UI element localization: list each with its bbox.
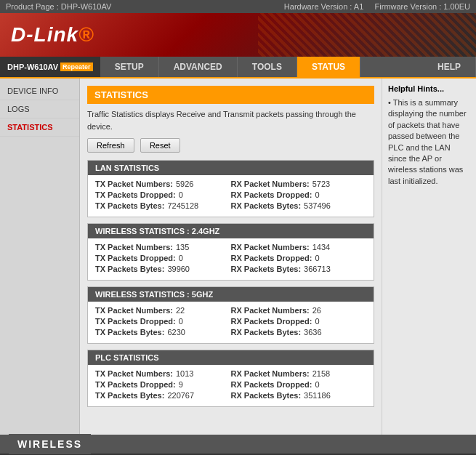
- plc-statistics-group: PLC STATISTICS TX Packet Numbers: 1013 R…: [87, 350, 374, 407]
- wireless24-statistics-group: WIRELESS STATISTICS : 2.4GHZ TX Packet N…: [87, 223, 374, 281]
- tab-advanced[interactable]: ADVANCED: [159, 57, 238, 77]
- table-row: TX Packets Bytes: 7245128 RX Packets Byt…: [95, 201, 366, 210]
- table-row: TX Packets Dropped: 9 RX Packets Dropped…: [95, 380, 366, 389]
- top-bar: Product Page : DHP-W610AV Hardware Versi…: [0, 0, 476, 13]
- statistics-desc: Traffic Statistics displays Receive and …: [87, 108, 374, 132]
- table-row: TX Packet Numbers: 1013 RX Packet Number…: [95, 369, 366, 378]
- wireless-label: WIRELESS: [9, 434, 91, 454]
- table-row: TX Packets Dropped: 0 RX Packets Dropped…: [95, 317, 366, 326]
- button-row: Refresh Reset: [87, 138, 374, 153]
- table-row: TX Packet Numbers: 5926 RX Packet Number…: [95, 180, 366, 188]
- table-row: TX Packets Dropped: 0 RX Packets Dropped…: [95, 190, 366, 199]
- table-row: TX Packet Numbers: 135 RX Packet Numbers…: [95, 243, 366, 251]
- statistics-title: STATISTICS: [87, 86, 374, 104]
- footer-wireless-bar: WIRELESS: [0, 435, 476, 454]
- wireless24-stats-header: WIRELESS STATISTICS : 2.4GHZ: [88, 224, 374, 238]
- wireless24-stats-body: TX Packet Numbers: 135 RX Packet Numbers…: [88, 238, 374, 280]
- refresh-button[interactable]: Refresh: [87, 138, 134, 153]
- table-row: TX Packets Bytes: 6230 RX Packets Bytes:…: [95, 328, 366, 337]
- plc-stats-body: TX Packet Numbers: 1013 RX Packet Number…: [88, 365, 374, 406]
- content-area: STATISTICS Traffic Statistics displays R…: [80, 78, 382, 435]
- table-row: TX Packets Bytes: 39960 RX Packets Bytes…: [95, 265, 366, 273]
- sidebar-item-statistics[interactable]: STATISTICS: [0, 118, 79, 137]
- sidebar: DEVICE INFO LOGS STATISTICS: [0, 78, 80, 435]
- lan-stats-header: LAN STATISTICS: [88, 161, 374, 175]
- hints-panel: Helpful Hints... • This is a summary dis…: [382, 78, 476, 435]
- table-row: TX Packets Dropped: 0 RX Packets Dropped…: [95, 254, 366, 262]
- tab-help[interactable]: HELP: [423, 57, 476, 77]
- product-page-label: Product Page : DHP-W610AV: [6, 2, 111, 11]
- wireless5-stats-header: WIRELESS STATISTICS : 5GHZ: [88, 287, 374, 302]
- tab-tools[interactable]: TOOLS: [238, 57, 297, 77]
- lan-stats-body: TX Packet Numbers: 5926 RX Packet Number…: [88, 175, 374, 217]
- tab-status[interactable]: STATUS: [297, 57, 360, 77]
- hw-fw-info: Hardware Version : A1 Firmware Version :…: [284, 2, 470, 11]
- wireless5-statistics-group: WIRELESS STATISTICS : 5GHZ TX Packet Num…: [87, 286, 374, 344]
- tab-setup[interactable]: SETUP: [100, 57, 159, 77]
- table-row: TX Packets Bytes: 220767 RX Packets Byte…: [95, 391, 366, 400]
- lan-statistics-group: LAN STATISTICS TX Packet Numbers: 5926 R…: [87, 160, 374, 217]
- plc-stats-header: PLC STATISTICS: [88, 350, 374, 365]
- repeater-badge: Repeater: [60, 63, 93, 71]
- hints-title: Helpful Hints...: [388, 84, 470, 93]
- nav-brand: DHP-W610AV Repeater: [0, 57, 100, 77]
- logo: D-Link®: [11, 23, 94, 47]
- table-row: TX Packet Numbers: 22 RX Packet Numbers:…: [95, 306, 366, 315]
- reset-button[interactable]: Reset: [140, 138, 180, 153]
- sidebar-item-device-info[interactable]: DEVICE INFO: [0, 82, 79, 100]
- logo-trademark: ®: [78, 23, 94, 46]
- wireless5-stats-body: TX Packet Numbers: 22 RX Packet Numbers:…: [88, 302, 374, 343]
- nav-tabs: DHP-W610AV Repeater SETUP ADVANCED TOOLS…: [0, 57, 476, 78]
- header: D-Link®: [0, 13, 476, 57]
- sidebar-item-logs[interactable]: LOGS: [0, 100, 79, 118]
- hints-text: • This is a summary displaying the numbe…: [388, 97, 470, 187]
- main-layout: DEVICE INFO LOGS STATISTICS STATISTICS T…: [0, 78, 476, 435]
